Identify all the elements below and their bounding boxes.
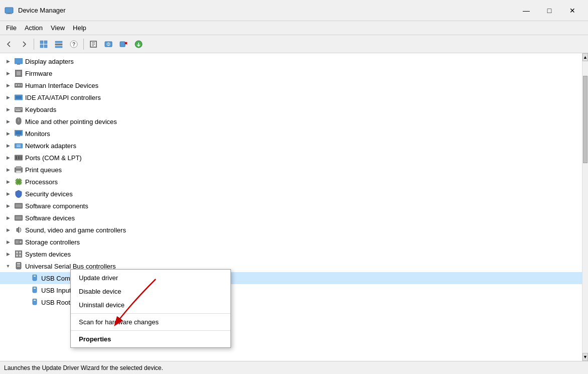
help-button-toolbar[interactable]: ? — [67, 38, 81, 51]
minimize-button[interactable]: — — [515, 3, 538, 19]
scroll-track — [582, 61, 588, 353]
label-ports: Ports (COM & LPT) — [25, 154, 82, 162]
tree-item-print[interactable]: ▶ Print queues — [0, 164, 582, 176]
scrollbar[interactable]: ▲ ▼ — [582, 53, 588, 361]
tree-item-monitors[interactable]: ▶ Monitors — [0, 128, 582, 140]
scroll-up[interactable]: ▲ — [582, 53, 588, 61]
label-storage: Storage controllers — [25, 238, 80, 246]
label-print: Print queues — [25, 166, 62, 174]
tree-item-keyboards[interactable]: ▶ Keyboards — [0, 103, 582, 115]
svg-rect-29 — [18, 84, 20, 86]
tree-item-sound[interactable]: ▶ Sound, video and game controllers — [0, 224, 582, 236]
maximize-button[interactable]: □ — [538, 3, 561, 19]
label-soft1: Software components — [25, 202, 88, 210]
expand-usb-sub1 — [20, 274, 28, 282]
toolbar-sep-2 — [83, 39, 84, 50]
expand-print[interactable]: ▶ — [4, 166, 12, 174]
icon-mice — [14, 117, 23, 126]
window-title: Device Manager — [18, 7, 515, 14]
icon-keyboards — [14, 105, 23, 114]
svg-text:?: ? — [72, 42, 75, 47]
scan-hardware-button[interactable] — [101, 38, 115, 51]
context-update-driver[interactable]: Update driver — [71, 271, 230, 285]
tree-item-firmware[interactable]: ▶ Firmware — [0, 67, 582, 79]
svg-rect-6 — [44, 45, 47, 48]
view-device-by-type[interactable] — [37, 38, 51, 51]
svg-rect-0 — [5, 8, 13, 13]
view-device-by-connection[interactable] — [52, 38, 66, 51]
svg-rect-9 — [55, 46, 62, 48]
update-driver-button[interactable] — [132, 38, 146, 51]
tree-item-system[interactable]: ▶ System devices — [0, 248, 582, 260]
svg-rect-80 — [17, 263, 20, 265]
expand-keyboards[interactable]: ▶ — [4, 105, 12, 113]
label-hid: Human Interface Devices — [25, 82, 98, 89]
scroll-thumb[interactable] — [583, 76, 587, 163]
context-disable-device[interactable]: Disable device — [71, 285, 230, 298]
back-button[interactable] — [2, 38, 16, 51]
svg-rect-75 — [16, 252, 18, 254]
svg-rect-33 — [15, 107, 23, 112]
expand-security[interactable]: ▶ — [4, 190, 12, 198]
icon-soft2 — [14, 213, 23, 222]
tree-item-network[interactable]: ▶ Network adapters — [0, 140, 582, 152]
svg-rect-43 — [16, 131, 22, 135]
expand-display[interactable]: ▶ — [4, 57, 12, 65]
expand-ide[interactable]: ▶ — [4, 93, 12, 101]
svg-rect-8 — [55, 44, 62, 45]
tree-item-security[interactable]: ▶ Security devices — [0, 188, 582, 200]
menu-bar: File Action View Help — [0, 21, 588, 35]
expand-mice[interactable]: ▶ — [4, 117, 12, 126]
expand-sound[interactable]: ▶ — [4, 226, 12, 234]
label-monitors: Monitors — [25, 130, 50, 138]
expand-storage[interactable]: ▶ — [4, 238, 12, 246]
menu-help[interactable]: Help — [69, 23, 90, 33]
context-uninstall-device[interactable]: Uninstall device — [71, 298, 230, 312]
tree-item-ide[interactable]: ▶ IDE ATA/ATAPI controllers — [0, 91, 582, 103]
svg-rect-2 — [6, 14, 12, 14]
expand-network[interactable]: ▶ — [4, 142, 12, 150]
icon-ide — [14, 93, 23, 102]
svg-rect-7 — [55, 41, 62, 43]
expand-usb-sub2 — [20, 286, 28, 294]
tree-item-processors[interactable]: ▶ Processors — [0, 176, 582, 188]
context-scan-hardware[interactable]: Scan for hardware changes — [71, 315, 230, 329]
expand-usb[interactable]: ▼ — [4, 262, 12, 270]
properties-button[interactable] — [86, 38, 100, 51]
close-button[interactable]: ✕ — [561, 3, 584, 19]
expand-ports[interactable]: ▶ — [4, 154, 12, 162]
label-display: Display adapters — [25, 58, 74, 65]
device-tree[interactable]: ▶ Display adapters ▶ Firmware ▶ Human In… — [0, 53, 582, 361]
tree-item-soft1[interactable]: ▶ Software components — [0, 200, 582, 212]
toolbar: ? — [0, 35, 588, 53]
remove-device-button[interactable] — [116, 38, 131, 51]
tree-item-display[interactable]: ▶ Display adapters — [0, 55, 582, 67]
icon-sound — [14, 225, 23, 234]
label-firmware: Firmware — [25, 70, 52, 77]
tree-item-ports[interactable]: ▶ Ports (COM & LPT) — [0, 152, 582, 164]
forward-button[interactable] — [17, 38, 31, 51]
svg-rect-76 — [19, 252, 21, 254]
menu-view[interactable]: View — [47, 23, 69, 33]
icon-usb-sub3 — [30, 298, 39, 307]
expand-soft2[interactable]: ▶ — [4, 214, 12, 222]
tree-item-hid[interactable]: ▶ Human Interface Devices — [0, 79, 582, 91]
menu-action[interactable]: Action — [21, 23, 47, 33]
tree-item-storage[interactable]: ▶ Storage controllers — [0, 236, 582, 248]
expand-hid[interactable]: ▶ — [4, 81, 12, 89]
main-content: ▶ Display adapters ▶ Firmware ▶ Human In… — [0, 53, 588, 361]
svg-rect-56 — [17, 180, 20, 183]
svg-rect-37 — [20, 108, 21, 109]
expand-soft1[interactable]: ▶ — [4, 202, 12, 210]
menu-file[interactable]: File — [2, 23, 21, 33]
expand-system[interactable]: ▶ — [4, 250, 12, 258]
context-properties[interactable]: Properties — [71, 332, 230, 346]
scroll-down[interactable]: ▼ — [582, 353, 588, 361]
expand-monitors[interactable]: ▶ — [4, 130, 12, 138]
svg-rect-87 — [34, 300, 36, 301]
tree-item-soft2[interactable]: ▶ Software devices — [0, 212, 582, 224]
expand-processors[interactable]: ▶ — [4, 178, 12, 186]
expand-firmware[interactable]: ▶ — [4, 69, 12, 77]
tree-item-mice[interactable]: ▶ Mice and other pointing devices — [0, 115, 582, 128]
icon-firmware — [14, 69, 23, 78]
